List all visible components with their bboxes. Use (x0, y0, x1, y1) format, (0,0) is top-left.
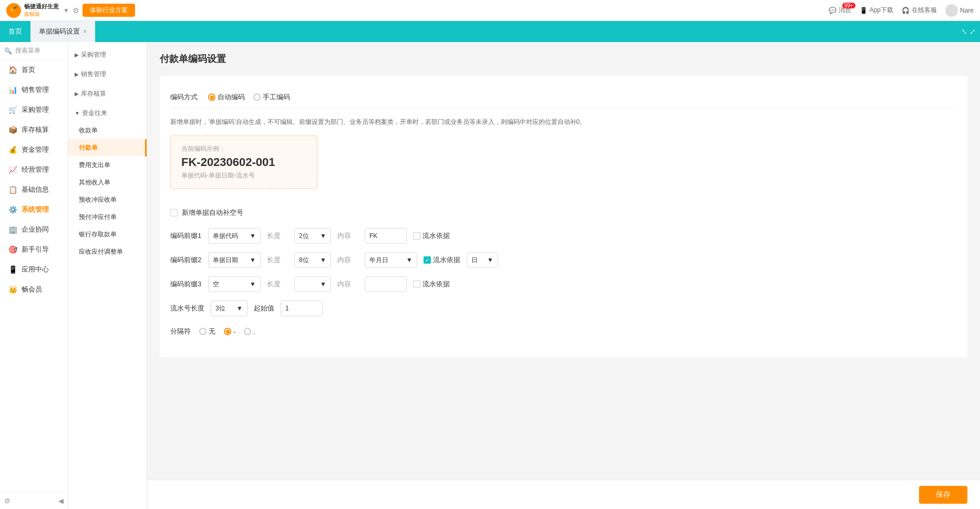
prefix3-length-label: 长度 (267, 279, 288, 289)
logo-icon: 🍊 (6, 3, 21, 18)
prefix3-select[interactable]: 空 ▼ (208, 276, 261, 292)
tab-home[interactable]: 首页 (0, 21, 30, 42)
sep-hyphen-inner (226, 330, 230, 334)
finance-icon: 💰 (8, 146, 17, 154)
prefix1-length-dropdown-icon: ▼ (320, 232, 326, 240)
tab-settings[interactable]: 单据编码设置 × (30, 21, 95, 42)
prefix1-length-label: 长度 (267, 231, 288, 241)
member-icon: 👑 (8, 285, 17, 294)
sidebar-item-inventory[interactable]: 📦 库存核算 (0, 120, 68, 140)
prefix1-dropdown-icon: ▼ (250, 232, 256, 240)
sales-icon: 📊 (8, 86, 17, 94)
auto-fill-checkbox[interactable] (170, 209, 178, 216)
auto-encoding-label: 自动编码 (218, 92, 245, 102)
sidebar-search-button[interactable]: 🔍 搜索菜单 (0, 42, 68, 60)
expand-icon[interactable]: ⤢ (969, 27, 976, 36)
sidebar-item-operations[interactable]: 📈 经营管理 (0, 160, 68, 180)
manual-encoding-radio[interactable]: 手工编码 (253, 92, 290, 102)
system-icon: ⚙️ (8, 205, 17, 214)
settings-icon[interactable]: ⚙ (73, 6, 79, 15)
industry-solution-button[interactable]: 体验行业方案 (82, 4, 135, 17)
prefix2-content-value: 年月日 (369, 256, 388, 265)
sidebar-operations-label: 经营管理 (22, 165, 49, 174)
prefix1-content-input[interactable]: FK (365, 228, 407, 244)
chevron-right-icon-2: ▶ (75, 71, 79, 77)
sidebar-settings-icon[interactable]: ⚙ (4, 497, 11, 505)
sidebar-item-system[interactable]: ⚙️ 系统管理 (0, 200, 68, 220)
prefix1-value: 单据代码 (213, 232, 238, 241)
online-service-button[interactable]: 🎧 在线客服 (902, 6, 937, 15)
prefix2-row: 编码前缀2 单据日期 ▼ 长度 8位 ▼ 内容 年月日 ▼ (170, 252, 957, 268)
prefix2-content-select[interactable]: 年月日 ▼ (365, 252, 417, 268)
prefix3-content-input[interactable] (365, 276, 407, 292)
message-button[interactable]: 💬 消息 99+ (829, 6, 851, 15)
prefix1-serial-check: 流水依据 (413, 231, 450, 241)
sidebar-item-finance[interactable]: 💰 资金管理 (0, 140, 68, 160)
sidebar-item-apps[interactable]: 📱 应用中心 (0, 259, 68, 279)
sub-menu-ap-adjust[interactable]: 应收应付调整单 (68, 243, 147, 261)
sub-group-sales-label: 销售管理 (81, 70, 106, 79)
sidebar-item-basics[interactable]: 📋 基础信息 (0, 180, 68, 200)
sidebar-inventory-label: 库存核算 (22, 125, 49, 134)
sub-group-funds-header[interactable]: ▼ 资金往来 (68, 105, 147, 122)
separator-dot-radio[interactable]: . (244, 328, 255, 336)
sub-menu-prepay-receivable[interactable]: 预收冲应收单 (68, 191, 147, 209)
sep-dot-circle (244, 328, 251, 335)
prefix3-serial-checkbox[interactable] (413, 281, 420, 288)
prefix2-serial-checkbox[interactable]: ✓ (424, 256, 431, 264)
sub-group-purchase: ▶ 采购管理 (68, 46, 147, 64)
sidebar-item-purchase[interactable]: 🛒 采购管理 (0, 100, 68, 120)
serial-length-select[interactable]: 3位 ▼ (211, 300, 247, 316)
sidebar-item-enterprise[interactable]: 🏢 企业协同 (0, 220, 68, 240)
sidebar-collapse-icon[interactable]: ◀ (58, 497, 64, 505)
prefix2-cycle-value: 日 (471, 256, 478, 265)
prefix1-select[interactable]: 单据代码 ▼ (208, 228, 261, 244)
minimize-icon[interactable]: ⤡ (961, 27, 967, 36)
sidebar-item-guide[interactable]: 🎯 新手引导 (0, 240, 68, 259)
user-avatar[interactable]: Nare (945, 4, 974, 17)
sub-group-funds-label: 资金往来 (82, 109, 107, 118)
prefix2-cycle-select[interactable]: 日 ▼ (467, 252, 498, 268)
prefix3-length-dropdown-icon: ▼ (320, 281, 326, 288)
sub-menu-receipt[interactable]: 收款单 (68, 122, 147, 139)
app-download-button[interactable]: 📱 App下载 (860, 6, 893, 15)
prefix2-content-dropdown-icon: ▼ (406, 256, 412, 264)
sub-menu-other-income[interactable]: 其他收入单 (68, 174, 147, 191)
sidebar-item-home[interactable]: 🏠 首页 (0, 60, 68, 80)
separator-none-radio[interactable]: 无 (199, 327, 215, 336)
prefix1-serial-checkbox[interactable] (413, 232, 420, 240)
enterprise-icon: 🏢 (8, 225, 17, 234)
prepay-receivable-label: 预收冲应收单 (79, 196, 117, 203)
dropdown-arrow-icon[interactable]: ▼ (63, 7, 69, 14)
sidebar-item-member[interactable]: 👑 畅会员 (0, 279, 68, 299)
sidebar-item-sales[interactable]: 📊 销售管理 (0, 80, 68, 100)
service-icon: 🎧 (902, 7, 910, 14)
save-button[interactable]: 保存 (919, 486, 967, 504)
sep-dot-label: . (253, 328, 255, 336)
sub-group-sales-header[interactable]: ▶ 销售管理 (68, 66, 147, 83)
separator-hyphen-radio[interactable]: - (224, 328, 235, 336)
sub-menu-payment[interactable]: 付款单 (68, 139, 147, 157)
sub-menu-bank-deposit[interactable]: 银行存取款单 (68, 226, 147, 243)
prefix1-length-value: 2位 (299, 232, 309, 241)
serial-length-label: 流水号长度 (170, 304, 204, 313)
chevron-down-icon: ▼ (75, 110, 80, 116)
prefix2-length-select[interactable]: 8位 ▼ (294, 252, 331, 268)
settings-card: 编码方式 自动编码 手工编码 (160, 76, 967, 357)
prefix3-length-select[interactable]: ▼ (294, 276, 331, 292)
prefix2-select[interactable]: 单据日期 ▼ (208, 252, 261, 268)
auto-fill-label: 新增单据自动补空号 (182, 208, 243, 217)
sub-menu-prepay-payable[interactable]: 预付冲应付单 (68, 209, 147, 226)
sep-none-circle (199, 328, 207, 335)
sidebar-system-label: 系统管理 (22, 205, 49, 214)
tab-close-icon[interactable]: × (83, 28, 87, 35)
prefix3-dropdown-icon: ▼ (250, 281, 256, 288)
sub-group-inventory-header[interactable]: ▶ 库存核算 (68, 85, 147, 102)
prefix1-length-select[interactable]: 2位 ▼ (294, 228, 331, 244)
purchase-icon: 🛒 (8, 106, 17, 114)
sub-group-purchase-header[interactable]: ▶ 采购管理 (68, 46, 147, 64)
auto-encoding-radio[interactable]: 自动编码 (208, 92, 245, 102)
sub-menu-expense[interactable]: 费用支出单 (68, 157, 147, 174)
start-value-input[interactable]: 1 (281, 300, 323, 316)
auto-fill-row: 新增单据自动补空号 (170, 208, 957, 217)
